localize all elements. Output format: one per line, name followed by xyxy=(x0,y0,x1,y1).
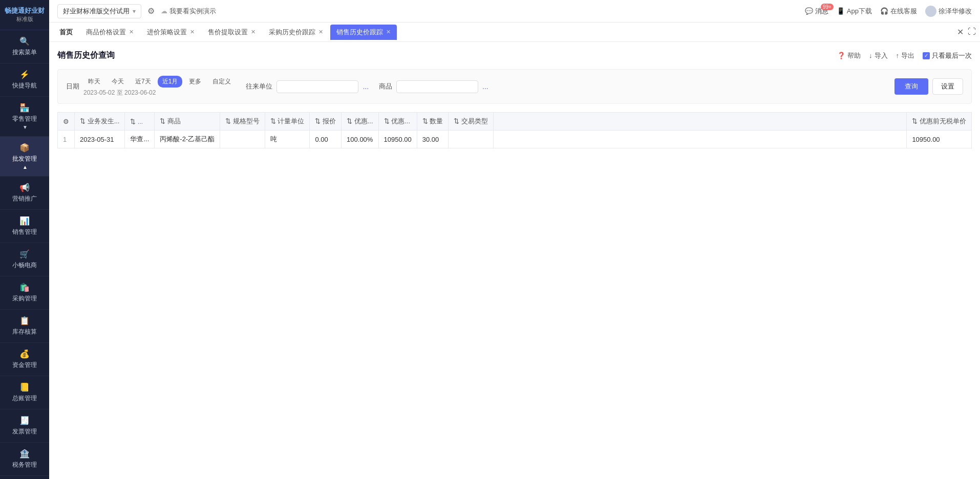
product-filter-group: 商品 ... xyxy=(379,80,488,93)
tab-price-extract[interactable]: 售价提取设置 ✕ xyxy=(202,25,262,40)
col-gear[interactable]: ⚙ xyxy=(58,113,75,130)
col-discount-pct[interactable]: ⇅ 优惠... xyxy=(342,113,378,130)
last-only-checkbox[interactable]: ✓ 只看最后一次 xyxy=(923,51,972,60)
tab-price-strategy[interactable]: 进价策略设置 ✕ xyxy=(141,25,201,40)
sort-icon: ⇅ xyxy=(384,117,390,125)
help-icon: ❓ xyxy=(837,52,845,59)
import-icon: ↓ xyxy=(869,52,872,59)
sidebar-item-invoice[interactable]: 🧾 发票管理 xyxy=(0,409,49,443)
sort-up-icon: ⇅ xyxy=(130,118,136,125)
export-link[interactable]: ↑ 导出 xyxy=(896,51,915,60)
col-biz-date[interactable]: ⇅ 业务发生... xyxy=(75,113,125,130)
col-price[interactable]: ⇅ 报价 xyxy=(310,113,342,130)
close-icon[interactable]: ✕ xyxy=(386,29,391,35)
product-input[interactable] xyxy=(396,80,478,93)
sidebar-item-tax[interactable]: 🏦 税务管理 xyxy=(0,443,49,476)
message-button[interactable]: 💬 消息 99+ xyxy=(805,7,828,16)
sidebar-item-ecom[interactable]: 🖥️ 电商管理 xyxy=(0,476,49,479)
online-service-button[interactable]: 🎧 在线客服 xyxy=(880,7,917,16)
date-btn-last7[interactable]: 近7天 xyxy=(131,76,156,88)
cell-discount-pct: 100.00% xyxy=(342,130,378,148)
date-btn-yesterday[interactable]: 昨天 xyxy=(83,76,105,88)
user-label: 徐泽华修改 xyxy=(939,7,972,16)
sidebar-item-quick-nav[interactable]: ⚡ 快捷导航 xyxy=(0,63,49,97)
topbar-right: 💬 消息 99+ 📱 App下载 🎧 在线客服 徐泽华修改 xyxy=(805,6,972,17)
sidebar-item-general-ledger[interactable]: 📒 总账管理 xyxy=(0,376,49,409)
cell-pretax-price: 10950.00 xyxy=(907,130,972,148)
sidebar-item-retail[interactable]: 🏪 零售管理 ▼ xyxy=(0,97,49,137)
tab-sales-history[interactable]: 销售历史价跟踪 ✕ xyxy=(330,25,397,40)
close-icon[interactable]: ✕ xyxy=(190,29,195,35)
col-pretax-price[interactable]: ⇅ 优惠前无税单价 xyxy=(907,113,972,130)
demo-label: 我要看实例演示 xyxy=(169,7,216,16)
tab-home[interactable]: 首页 xyxy=(53,25,79,40)
close-icon[interactable]: ✕ xyxy=(129,29,134,35)
marketing-icon: 📢 xyxy=(19,183,30,192)
col-discount-amt[interactable]: ⇅ 优惠... xyxy=(378,113,417,130)
tab-price-strategy-label: 进价策略设置 xyxy=(147,28,187,37)
col-tx-type[interactable]: ⇅ 交易类型 xyxy=(449,113,494,130)
version-selector[interactable]: 好业财标准版交付试用 ▾ xyxy=(57,4,141,18)
close-icon[interactable]: ✕ xyxy=(251,29,255,35)
collapse-arrow: ▲ xyxy=(23,164,28,170)
sidebar-item-wholesale[interactable]: 📦 批发管理 ▲ xyxy=(0,137,49,177)
col-spec[interactable]: ⇅ 规格型号 xyxy=(220,113,265,130)
main-area: 好业财标准版交付试用 ▾ ⚙ ☁ 我要看实例演示 💬 消息 99+ 📱 App下… xyxy=(49,0,980,479)
source-unit-input[interactable] xyxy=(276,80,358,93)
help-link[interactable]: ❓ 帮助 xyxy=(837,51,861,60)
date-btn-more[interactable]: 更多 xyxy=(184,76,206,88)
page-title: 销售历史价查询 xyxy=(57,50,115,61)
expand-arrow: ▼ xyxy=(23,124,28,130)
table-row: 1 2023-05-31 华查... 丙烯酸-2-乙基己酯 吨 0.00 100… xyxy=(58,130,972,148)
setting-button[interactable]: 设置 xyxy=(932,78,963,95)
sort-icon: ⇅ xyxy=(270,117,276,125)
col-unit[interactable]: ⇅ 计量单位 xyxy=(265,113,310,130)
topbar-settings-button[interactable]: ⚙ xyxy=(147,6,155,16)
close-tab-button[interactable]: ✕ xyxy=(957,27,964,37)
last-only-label: 只看最后一次 xyxy=(932,51,972,60)
sort-icon: ⇅ xyxy=(422,117,428,125)
product-dots[interactable]: ... xyxy=(482,82,488,91)
tabbar-right-actions: ✕ ⛶ xyxy=(957,27,976,37)
app-download-button[interactable]: 📱 App下载 xyxy=(837,7,872,16)
sidebar-item-inventory[interactable]: 📋 库存核算 xyxy=(0,310,49,343)
retail-icon: 🏪 xyxy=(19,103,30,113)
version-text: 好业财标准版交付试用 xyxy=(63,7,130,16)
sidebar-item-search-menu[interactable]: 🔍 搜索菜单 xyxy=(0,30,49,63)
query-button[interactable]: 查询 xyxy=(894,78,928,95)
sidebar-item-ecom-small[interactable]: 🛒 小畅电商 xyxy=(0,243,49,276)
col-more[interactable]: ⇅ ... xyxy=(125,113,155,130)
sidebar-item-purchase[interactable]: 🛍️ 采购管理 xyxy=(0,276,49,310)
avatar xyxy=(925,6,936,17)
sidebar-item-marketing[interactable]: 📢 营销推广 xyxy=(0,177,49,210)
import-label: 导入 xyxy=(875,51,888,60)
col-qty[interactable]: ⇅ 数量 xyxy=(417,113,449,130)
sort-icon: ⇅ xyxy=(912,117,918,125)
tab-product-price[interactable]: 商品价格设置 ✕ xyxy=(80,25,140,40)
demo-link[interactable]: ☁ 我要看实例演示 xyxy=(161,7,216,16)
sidebar-item-finance[interactable]: 💰 资金管理 xyxy=(0,343,49,376)
date-btn-today[interactable]: 今天 xyxy=(107,76,129,88)
tab-purchase-history[interactable]: 采购历史价跟踪 ✕ xyxy=(263,25,329,40)
date-shortcut-buttons: 昨天 今天 近7天 近1月 更多 自定义 xyxy=(83,76,236,88)
sales-icon: 📊 xyxy=(19,216,30,226)
cell-biz-date: 2023-05-31 xyxy=(75,130,125,148)
sidebar-item-sales[interactable]: 📊 销售管理 xyxy=(0,210,49,243)
date-btn-custom[interactable]: 自定义 xyxy=(208,76,236,88)
cell-unit: 吨 xyxy=(265,130,310,148)
sort-icon: ⇅ xyxy=(160,117,165,125)
source-unit-dots[interactable]: ... xyxy=(363,82,369,91)
inventory-icon: 📋 xyxy=(19,316,30,325)
date-range-display: 2023-05-02 至 2023-06-02 xyxy=(83,89,236,97)
import-link[interactable]: ↓ 导入 xyxy=(869,51,888,60)
user-menu-button[interactable]: 徐泽华修改 xyxy=(925,6,972,17)
source-unit-filter-group: 往来单位 ... xyxy=(246,80,369,93)
export-icon: ↑ xyxy=(896,52,900,59)
search-icon: 🔍 xyxy=(19,36,30,46)
col-product[interactable]: ⇅ 商品 xyxy=(155,113,220,130)
expand-tab-button[interactable]: ⛶ xyxy=(968,27,976,37)
date-btn-last1m[interactable]: 近1月 xyxy=(158,76,183,88)
close-icon[interactable]: ✕ xyxy=(318,29,323,35)
headset-icon: 🎧 xyxy=(880,7,888,15)
invoice-icon: 🧾 xyxy=(19,416,30,425)
